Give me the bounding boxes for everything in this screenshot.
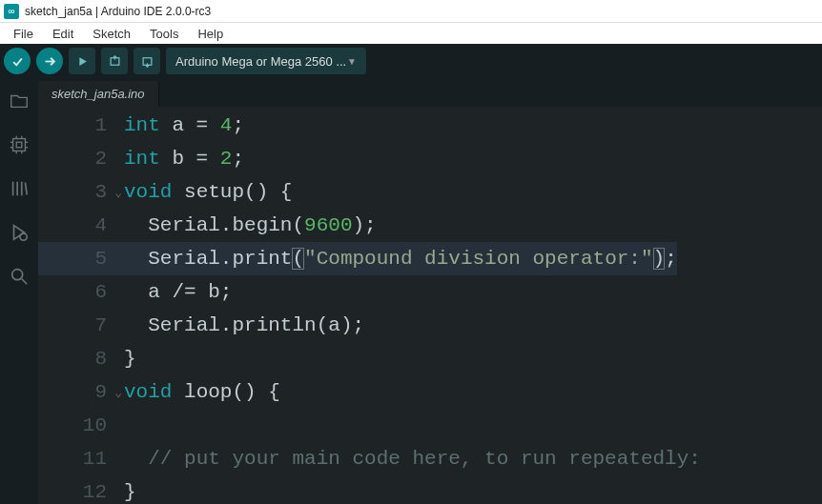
board-selector-label: Arduino Mega or Mega 2560 ... — [175, 54, 346, 69]
tab-bar: sketch_jan5a.ino — [38, 78, 822, 107]
upload-button[interactable] — [36, 48, 63, 74]
svg-marker-1 — [79, 57, 87, 66]
svg-rect-7 — [16, 142, 22, 148]
tab-active[interactable]: sketch_jan5a.ino — [38, 81, 159, 107]
menu-sketch[interactable]: Sketch — [83, 25, 140, 43]
svg-line-19 — [25, 183, 27, 195]
menu-file[interactable]: File — [4, 25, 43, 43]
line-number: 7 — [38, 309, 124, 342]
svg-rect-6 — [13, 139, 26, 151]
window-title: sketch_jan5a | Arduino IDE 2.0.0-rc3 — [25, 5, 211, 18]
chevron-down-icon: ▼ — [347, 56, 357, 67]
arduino-app-icon: ∞ — [4, 4, 19, 19]
svg-point-22 — [12, 270, 23, 280]
board-manager-icon[interactable] — [8, 133, 31, 156]
line-number: 9⌄ — [38, 375, 124, 409]
verify-button[interactable] — [4, 48, 31, 74]
line-number: 5 — [38, 242, 124, 275]
line-number: 11 — [38, 442, 124, 475]
line-number: 2 — [38, 142, 124, 175]
library-manager-icon[interactable] — [8, 177, 31, 200]
fold-icon[interactable]: ⌄ — [114, 375, 122, 409]
toolbar: Arduino Mega or Mega 2560 ... ▼ — [0, 44, 822, 78]
svg-point-21 — [20, 233, 27, 240]
svg-marker-20 — [14, 226, 25, 240]
menu-help[interactable]: Help — [188, 25, 233, 43]
line-number: 10 — [38, 409, 124, 442]
line-number: 8 — [38, 342, 124, 375]
line-number: 6 — [38, 275, 124, 309]
titlebar: ∞ sketch_jan5a | Arduino IDE 2.0.0-rc3 — [0, 0, 822, 23]
debug-button[interactable] — [69, 48, 95, 74]
line-number: 12 — [38, 475, 124, 504]
search-icon[interactable] — [8, 265, 31, 288]
activity-bar — [0, 78, 38, 504]
editor-panel: sketch_jan5a.ino 1int a = 4; 2int b = 2;… — [38, 78, 822, 504]
explorer-icon[interactable] — [8, 90, 31, 112]
board-selector[interactable]: Arduino Mega or Mega 2560 ... ▼ — [166, 48, 366, 74]
new-sketch-button[interactable] — [101, 48, 128, 74]
save-sketch-button[interactable] — [134, 48, 160, 74]
line-number: 3⌄ — [38, 175, 124, 209]
menu-tools[interactable]: Tools — [140, 25, 188, 43]
fold-icon[interactable]: ⌄ — [114, 175, 122, 209]
line-number: 4 — [38, 209, 124, 242]
menu-edit[interactable]: Edit — [43, 25, 83, 43]
workspace: sketch_jan5a.ino 1int a = 4; 2int b = 2;… — [0, 78, 822, 504]
code-editor[interactable]: 1int a = 4; 2int b = 2; 3⌄void setup() {… — [38, 107, 822, 504]
debug-panel-icon[interactable] — [8, 221, 31, 244]
line-number: 1 — [38, 109, 124, 142]
menubar: File Edit Sketch Tools Help — [0, 23, 822, 44]
svg-line-23 — [22, 279, 28, 285]
